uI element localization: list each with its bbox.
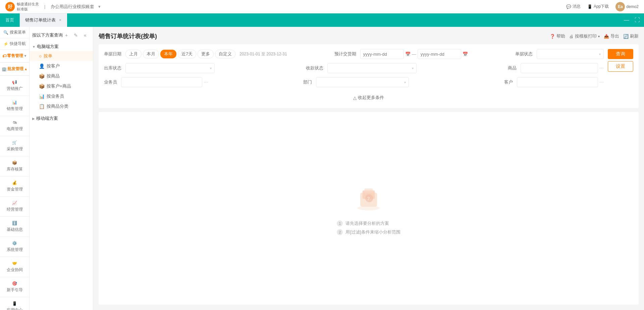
query-button[interactable]: 查询	[608, 49, 633, 59]
sidebar-item-enterprise-collab[interactable]: 🤝 企业协同	[0, 257, 29, 277]
sidebar: 🔍 搜索菜单 ⚡ 快捷导航 🏷 零售管理 ▼ 🏢 批发管理 ▲ 📢 营销推广	[0, 27, 30, 310]
empty-tips: 1 请先选择要分析的方案 2 用[过滤]条件来缩小分析范围	[337, 220, 400, 235]
search-icon: 🔍	[3, 30, 8, 35]
logo-icon: 好	[5, 2, 15, 11]
export-button[interactable]: 📤 导出	[604, 33, 619, 39]
sidebar-item-retail[interactable]: 🏷 零售管理 ▼	[0, 50, 29, 62]
scheme-panel-actions: + ✎ «	[63, 32, 89, 39]
app-download-button[interactable]: 📱 App下载	[587, 4, 609, 9]
ship-status-select[interactable]: ▾	[125, 63, 215, 73]
salesperson-more-icon[interactable]: ···	[204, 79, 208, 85]
customer-input[interactable]	[517, 77, 598, 87]
goods-label: 商品	[508, 65, 517, 71]
top-bar: 好 畅捷通好生意 标准版 | 办公用品行业模拟账套 ▾ 💬 消息 📱 App下载…	[0, 0, 644, 13]
user-menu[interactable]: Ea demo2	[615, 2, 639, 11]
sidebar-item-wholesale[interactable]: 🏢 批发管理 ▲	[0, 63, 29, 75]
print-icon: 🖨	[569, 34, 574, 39]
scheme-group-header-mobile[interactable]: ▶ 移动端方案	[30, 114, 93, 123]
bill-status-select[interactable]: ▾	[537, 49, 604, 59]
department-select[interactable]: ▾	[316, 77, 409, 87]
app-title-dropdown-icon[interactable]: ▾	[98, 4, 101, 9]
date-btn-this-month[interactable]: 本月	[143, 50, 159, 58]
scheme-group-mobile: ▶ 移动端方案	[30, 113, 93, 124]
tab-sales-order-stats[interactable]: 销售订单统计表 ×	[20, 13, 67, 27]
goods-input[interactable]	[521, 63, 598, 73]
scheme-group-header-desktop[interactable]: ▼ 电脑端方案	[30, 42, 93, 51]
scheme-group-mobile-label: 移动端方案	[36, 115, 58, 121]
scheme-add-button[interactable]: +	[63, 32, 70, 39]
nav-tabs: 首页 销售订单统计表 × — ⛶	[0, 13, 644, 27]
print-button[interactable]: 🖨 按模板打印 ▾	[569, 33, 600, 39]
app-center-icon: 📱	[12, 301, 17, 306]
main-layout: 🔍 搜索菜单 ⚡ 快捷导航 🏷 零售管理 ▼ 🏢 批发管理 ▲ 📢 营销推广	[0, 27, 644, 310]
delivery-date-end[interactable]	[418, 49, 461, 59]
sidebar-item-system[interactable]: ⚙️ 系统管理	[0, 237, 29, 257]
sidebar-item-new-guide[interactable]: 🎯 新手引导	[0, 277, 29, 297]
settings-button[interactable]: 设置	[608, 61, 633, 72]
tab-close-icon[interactable]: ×	[59, 18, 61, 22]
sidebar-quick-nav[interactable]: ⚡ 快捷导航	[0, 38, 29, 50]
scheme-item-by-customer-goods[interactable]: 📦 按客户+商品	[30, 81, 93, 91]
calendar-end-icon[interactable]: 📅	[463, 52, 468, 57]
retail-icon: 🏷	[2, 54, 6, 58]
scheme-item-by-salesperson[interactable]: 📊 按业务员	[30, 91, 93, 101]
scheme-item-by-goods[interactable]: 📦 按商品	[30, 71, 93, 81]
date-input-group: 📅 — 📅	[360, 49, 468, 59]
sidebar-item-app-center[interactable]: 📱 应用中心	[0, 297, 29, 310]
bill-status-label: 单据状态	[515, 51, 533, 57]
sidebar-group-retail: 🏷 零售管理 ▼	[0, 50, 29, 63]
scheme-item-by-order[interactable]: ○ 按单	[30, 51, 93, 61]
expected-delivery-label: 预计交货期	[334, 51, 356, 57]
payment-status-arrow-icon: ▾	[412, 66, 414, 70]
date-btn-custom[interactable]: 自定义	[215, 50, 235, 58]
sidebar-item-sales[interactable]: 📊 销售管理	[0, 96, 29, 116]
sidebar-item-operations[interactable]: 📈 经营管理	[0, 197, 29, 217]
calendar-start-icon[interactable]: 📅	[405, 52, 411, 57]
date-btn-7days[interactable]: 近7天	[178, 50, 196, 58]
sidebar-search[interactable]: 🔍 搜索菜单	[0, 27, 29, 38]
scheme-item-by-customer[interactable]: 👤 按客户	[30, 61, 93, 71]
date-btn-this-year[interactable]: 本年	[160, 50, 176, 58]
tab-minimize-icon[interactable]: —	[623, 16, 631, 24]
sidebar-item-purchase[interactable]: 🛒 采购管理	[0, 136, 29, 156]
scheme-item-icon-customer: 👤	[39, 63, 45, 69]
customer-label: 客户	[504, 79, 513, 85]
scheme-item-by-category[interactable]: 📋 按商品分类	[30, 101, 93, 111]
tab-home[interactable]: 首页	[0, 13, 20, 27]
date-btn-group: 上月 本月 本年 近7天 更多 自定义	[125, 50, 235, 58]
sidebar-item-finance[interactable]: 💰 资金管理	[0, 176, 29, 197]
tab-expand-icon[interactable]: ⛶	[633, 16, 641, 24]
refresh-button[interactable]: 🔄 刷新	[623, 33, 639, 39]
payment-status-select[interactable]: ▾	[327, 63, 417, 73]
date-btn-more[interactable]: 更多	[198, 50, 214, 58]
goods-more-icon[interactable]: ···	[599, 65, 604, 71]
scheme-item-icon-salesperson: 📊	[39, 94, 45, 99]
filter-row-date: 单据日期 上月 本月 本年 近7天 更多 自定义 2023-01-01 至 20…	[104, 49, 604, 59]
help-button[interactable]: ❓ 帮助	[550, 33, 565, 39]
new-guide-icon: 🎯	[12, 281, 17, 286]
content-area: 按以下方案查询 + ✎ « ▼ 电脑端方案 ○ 按单 👤	[30, 27, 644, 310]
wholesale-arrow-icon: ▲	[24, 67, 28, 71]
main-content: 销售订单统计表(按单) ❓ 帮助 🖨 按模板打印 ▾ 📤 导出	[93, 27, 644, 310]
customer-more-icon[interactable]: ···	[599, 79, 604, 85]
sidebar-item-ecommerce[interactable]: 🛍 电商管理	[0, 116, 29, 136]
collapse-more-button[interactable]: △ 收起更多条件	[353, 95, 384, 101]
scheme-group-arrow-icon: ▼	[32, 45, 36, 49]
messages-button[interactable]: 💬 消息	[566, 4, 581, 9]
operations-icon: 📈	[12, 201, 17, 205]
sidebar-item-basic-info[interactable]: ℹ️ 基础信息	[0, 217, 29, 237]
scheme-collapse-button[interactable]: «	[82, 32, 89, 39]
date-btn-prev-month[interactable]: 上月	[125, 50, 142, 58]
delivery-date-start[interactable]	[360, 49, 404, 59]
quick-nav-icon: ⚡	[3, 42, 8, 46]
filter-area: 单据日期 上月 本月 本年 近7天 更多 自定义 2023-01-01 至 20…	[99, 44, 639, 108]
sidebar-item-inventory[interactable]: 📦 库存核算	[0, 156, 29, 176]
sidebar-item-marketing[interactable]: 📢 营销推广	[0, 76, 29, 96]
salesperson-input[interactable]	[121, 77, 202, 87]
scheme-group-mobile-arrow-icon: ▶	[32, 117, 35, 120]
scheme-edit-button[interactable]: ✎	[72, 32, 79, 39]
download-icon: 📱	[587, 4, 592, 9]
payment-status-label: 收款状态	[306, 65, 323, 71]
empty-tip-1: 1 请先选择要分析的方案	[337, 220, 400, 226]
scheme-item-icon-goods: 📦	[39, 73, 45, 79]
